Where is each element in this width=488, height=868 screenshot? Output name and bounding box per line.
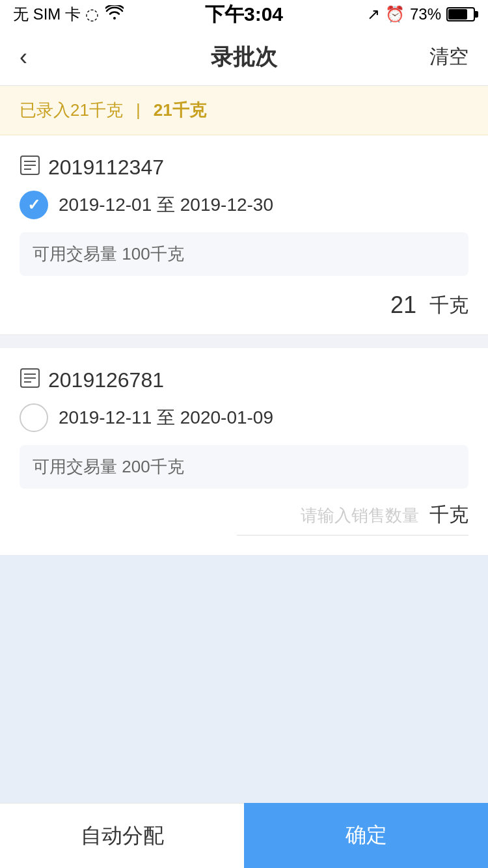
content-area: 2019112347 2019-12-01 至 2019-12-30 可用交易量… [0, 135, 488, 868]
batch2-input-section: 千克 [0, 489, 488, 555]
batch1-radio[interactable] [20, 191, 48, 219]
back-button[interactable]: ‹ [20, 44, 27, 71]
wifi-icon [105, 5, 124, 23]
batch1-qty-input[interactable] [286, 292, 416, 319]
batch2-input-wrap: 千克 [237, 502, 468, 536]
page: 无 SIM 卡 ◌ 下午3:04 ↗ ⏰ 73% ‹ 录批次 清空 [0, 0, 488, 868]
summary-value: 21千克 [154, 99, 206, 122]
batch2-date: 2019-12-11 至 2020-01-09 [59, 405, 273, 430]
summary-divider: | [136, 100, 141, 120]
batch-item-1: 2019112347 2019-12-01 至 2019-12-30 可用交易量… [0, 135, 488, 276]
batch1-available-box: 可用交易量 100千克 [20, 232, 468, 276]
clear-button[interactable]: 清空 [429, 44, 468, 70]
battery-percent: 73% [410, 5, 441, 23]
battery-icon [446, 7, 475, 21]
batch1-id: 2019112347 [48, 156, 164, 180]
batch2-qty-input[interactable] [237, 505, 419, 526]
separator-1 [0, 335, 488, 348]
batch1-icon [20, 155, 40, 180]
batch1-date-row[interactable]: 2019-12-01 至 2019-12-30 [20, 191, 468, 219]
location-icon: ↗ [367, 5, 380, 23]
batch1-id-row: 2019112347 [20, 155, 468, 180]
nav-bar: ‹ 录批次 清空 [0, 29, 488, 86]
bottom-bar: 自动分配 确定 [0, 803, 488, 868]
auto-distribute-button[interactable]: 自动分配 [0, 803, 244, 868]
confirm-button[interactable]: 确定 [244, 803, 488, 868]
batch1-available: 可用交易量 100千克 [33, 244, 184, 264]
batch1-date: 2019-12-01 至 2019-12-30 [59, 193, 273, 217]
status-left: 无 SIM 卡 ◌ [13, 4, 124, 25]
batch2-unit: 千克 [429, 502, 468, 528]
status-bar: 无 SIM 卡 ◌ 下午3:04 ↗ ⏰ 73% [0, 0, 488, 29]
batch2-available-box: 可用交易量 200千克 [20, 445, 468, 489]
page-title: 录批次 [211, 42, 277, 72]
summary-label: 已录入21千克 [20, 99, 123, 122]
batch1-unit: 千克 [429, 292, 468, 319]
batch1-input-row: 千克 [0, 276, 488, 335]
status-right: ↗ ⏰ 73% [367, 5, 475, 23]
batch2-icon [20, 368, 40, 393]
batch2-date-row[interactable]: 2019-12-11 至 2020-01-09 [20, 403, 468, 432]
batch-item-2: 2019126781 2019-12-11 至 2020-01-09 可用交易量… [0, 348, 488, 489]
batch2-id-row: 2019126781 [20, 368, 468, 393]
status-time: 下午3:04 [205, 1, 283, 28]
summary-bar: 已录入21千克 | 21千克 [0, 86, 488, 135]
alarm-icon: ⏰ [385, 5, 405, 23]
sim-text: 无 SIM 卡 ◌ [13, 4, 99, 25]
batch2-available: 可用交易量 200千克 [33, 457, 184, 476]
batch2-radio[interactable] [20, 403, 48, 432]
batch2-id: 2019126781 [48, 368, 164, 392]
